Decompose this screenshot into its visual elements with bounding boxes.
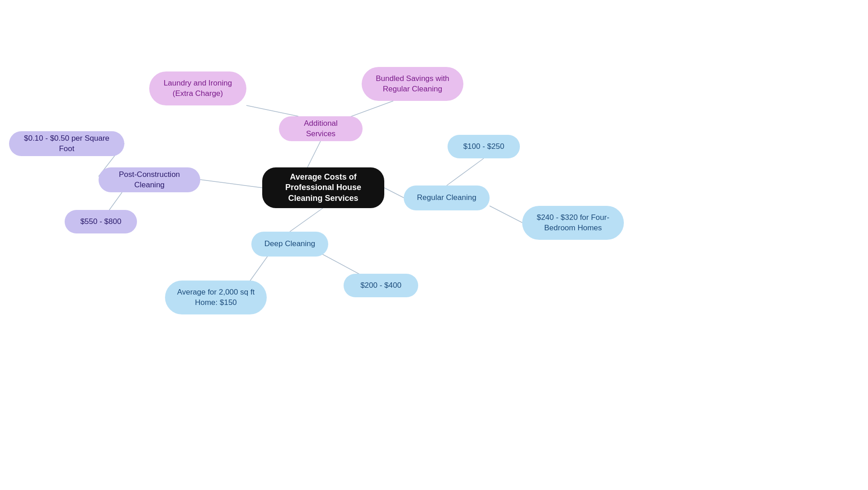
deep-cleaning-node: Deep Cleaning	[251, 232, 328, 257]
price-240-320-node: $240 - $320 for Four-Bedroom Homes	[522, 206, 624, 240]
post-construction-node: Post-Construction Cleaning	[99, 167, 200, 192]
additional-services-node: Additional Services	[279, 116, 363, 141]
svg-line-4	[290, 208, 323, 232]
bundled-savings-node: Bundled Savings with Regular Cleaning	[362, 67, 463, 101]
svg-line-12	[345, 101, 393, 119]
regular-cleaning-node: Regular Cleaning	[404, 186, 490, 210]
svg-line-7	[200, 180, 262, 188]
avg-2000sqft-node: Average for 2,000 sq ft Home: $150	[165, 281, 267, 314]
svg-line-10	[307, 141, 321, 167]
price-100-250-node: $100 - $250	[448, 135, 520, 158]
svg-line-1	[384, 188, 404, 198]
svg-line-11	[246, 105, 298, 116]
svg-line-2	[447, 158, 484, 186]
price-sqft-node: $0.10 - $0.50 per Square Foot	[9, 131, 124, 156]
laundry-ironing-node: Laundry and Ironing (Extra Charge)	[149, 71, 246, 105]
price-550-800-node: $550 - $800	[65, 210, 137, 233]
price-200-400-node: $200 - $400	[344, 274, 418, 297]
center-node: Average Costs of Professional House Clea…	[262, 167, 384, 208]
svg-line-3	[490, 206, 522, 223]
